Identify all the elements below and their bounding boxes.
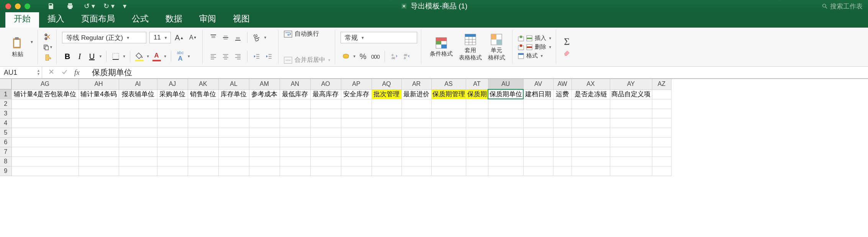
cell-AN3[interactable] [280,109,310,118]
cell-AJ9[interactable] [157,166,188,176]
cell-AP9[interactable] [341,166,372,176]
cell-AV8[interactable] [523,156,553,166]
cell-AS1[interactable]: 保质期管理 [431,89,466,99]
cell-AZ6[interactable] [652,137,671,147]
cell-AX9[interactable] [572,166,610,176]
cell-AJ6[interactable] [157,137,188,147]
format-as-table-button[interactable]: 套用 表格格式 [459,33,482,61]
cell-AN1[interactable]: 最低库存 [280,89,310,99]
name-box[interactable]: AU1 ▲▼ [0,67,42,78]
cell-AM4[interactable] [249,118,280,128]
cell-AP5[interactable] [341,128,372,137]
cell-AN2[interactable] [280,99,310,109]
conditional-formatting-button[interactable]: 条件格式 [430,36,453,58]
cell-AL3[interactable] [218,109,249,118]
cell-AW2[interactable] [553,99,572,109]
spreadsheet-grid[interactable]: AGAHAIAJAKALAMANAOAPAQARASATAUAVAWAXAYAZ… [0,79,868,176]
cell-AP1[interactable]: 安全库存 [341,89,372,99]
enter-formula-icon[interactable] [61,69,67,76]
format-cells-button[interactable]: 格式▼ [518,52,552,59]
column-header-AY[interactable]: AY [610,79,652,89]
cell-AN4[interactable] [280,118,310,128]
cell-AJ5[interactable] [157,128,188,137]
cell-AY3[interactable] [610,109,652,118]
cell-AJ8[interactable] [157,156,188,166]
column-header-AM[interactable]: AM [249,79,280,89]
cell-AG9[interactable] [11,166,79,176]
tab-page-layout[interactable]: 页面布局 [73,10,123,28]
qat-customize-icon[interactable]: ▾ [123,2,126,10]
cell-AI5[interactable] [119,128,157,137]
insert-function-icon[interactable]: fx [74,68,80,77]
cell-AW8[interactable] [553,156,572,166]
decrease-indent-icon[interactable] [251,51,262,62]
paste-button[interactable]: 粘贴 [7,30,28,64]
cell-AZ5[interactable] [652,128,671,137]
cell-AT8[interactable] [466,156,488,166]
cell-AN5[interactable] [280,128,310,137]
cell-AL6[interactable] [218,137,249,147]
cell-AY8[interactable] [610,156,652,166]
cell-AI4[interactable] [119,118,157,128]
cell-AT6[interactable] [466,137,488,147]
cell-AS7[interactable] [431,147,466,156]
tab-view[interactable]: 视图 [224,10,258,28]
tab-data[interactable]: 数据 [157,10,191,28]
cell-AV6[interactable] [523,137,553,147]
cell-AQ1[interactable]: 批次管理 [372,89,401,99]
cell-AY4[interactable] [610,118,652,128]
cell-AS6[interactable] [431,137,466,147]
cell-AQ3[interactable] [372,109,401,118]
cell-AO6[interactable] [310,137,341,147]
cell-AG1[interactable]: 辅计量4是否包装单位 [11,89,79,99]
tab-formulas[interactable]: 公式 [123,10,157,28]
cell-AV1[interactable]: 建档日期 [523,89,553,99]
row-header-2[interactable]: 2 [0,99,11,109]
cell-AM5[interactable] [249,128,280,137]
italic-button[interactable]: I [74,51,85,62]
cell-AX3[interactable] [572,109,610,118]
cell-AL5[interactable] [218,128,249,137]
bold-button[interactable]: B [62,51,73,62]
insert-cells-button[interactable]: 插入▼ [518,35,552,42]
cell-AY9[interactable] [610,166,652,176]
cell-AR2[interactable] [401,99,431,109]
cell-AG2[interactable] [11,99,79,109]
cell-AH3[interactable] [79,109,119,118]
namebox-stepper[interactable]: ▲▼ [37,69,40,76]
cell-AH4[interactable] [79,118,119,128]
cell-AU1[interactable]: 保质期单位 [488,89,523,99]
column-header-AN[interactable]: AN [280,79,310,89]
cell-AU3[interactable] [488,109,523,118]
cell-AQ8[interactable] [372,156,401,166]
cell-AI7[interactable] [119,147,157,156]
cell-AS4[interactable] [431,118,466,128]
cell-AH8[interactable] [79,156,119,166]
cell-AK4[interactable] [188,118,218,128]
cell-AU8[interactable] [488,156,523,166]
phonetic-button[interactable]: abcA [175,50,186,63]
cell-AW6[interactable] [553,137,572,147]
cell-AX4[interactable] [572,118,610,128]
cell-AU7[interactable] [488,147,523,156]
cell-AX7[interactable] [572,147,610,156]
tab-insert[interactable]: 插入 [39,10,73,28]
cell-AV3[interactable] [523,109,553,118]
cell-AI2[interactable] [119,99,157,109]
column-header-AR[interactable]: AR [401,79,431,89]
formula-input[interactable]: 保质期单位 [86,67,868,78]
cell-AH6[interactable] [79,137,119,147]
cell-AU9[interactable] [488,166,523,176]
cell-AQ2[interactable] [372,99,401,109]
tab-review[interactable]: 审阅 [191,10,224,28]
cell-AK8[interactable] [188,156,218,166]
cell-AT1[interactable]: 保质期 [466,89,488,99]
cell-AS2[interactable] [431,99,466,109]
wrap-text-button[interactable]: 自动换行 [284,30,331,38]
cell-AK5[interactable] [188,128,218,137]
cell-AJ2[interactable] [157,99,188,109]
cell-AH1[interactable]: 辅计量4条码 [79,89,119,99]
cell-AM9[interactable] [249,166,280,176]
cell-AN8[interactable] [280,156,310,166]
print-icon[interactable] [65,1,75,12]
